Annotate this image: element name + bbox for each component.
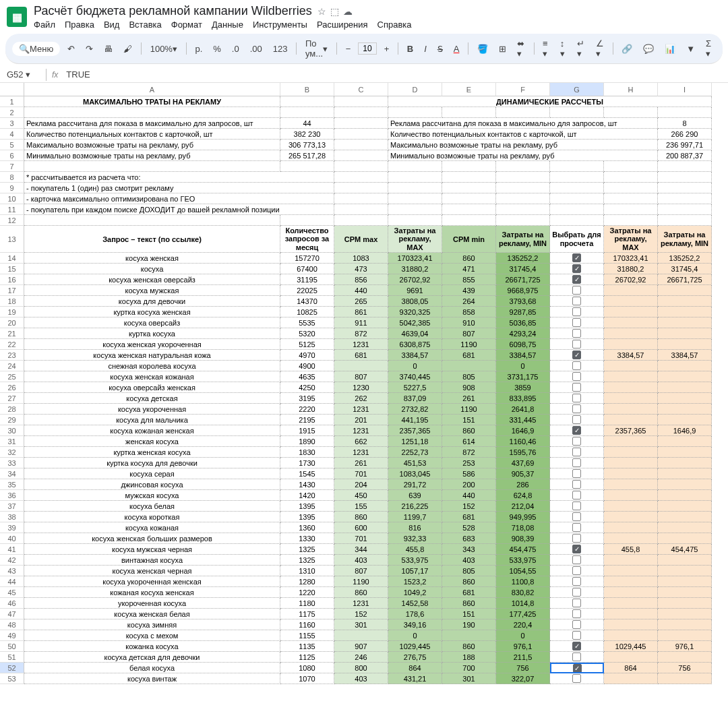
cell[interactable] xyxy=(604,447,658,458)
cell[interactable] xyxy=(550,490,604,501)
cell[interactable]: 1155 xyxy=(280,630,334,641)
cell[interactable]: 1054,55 xyxy=(496,566,550,576)
checkbox[interactable] xyxy=(572,318,581,327)
cell[interactable]: ✓ xyxy=(550,274,604,285)
cell[interactable] xyxy=(550,339,604,350)
cell[interactable]: 188 xyxy=(442,652,496,663)
checkbox[interactable]: ✓ xyxy=(572,351,581,359)
cell[interactable]: 220,4 xyxy=(496,619,550,630)
cell[interactable]: 26671,725 xyxy=(658,274,712,285)
move-icon[interactable]: ⬚ xyxy=(330,6,339,17)
link-icon[interactable]: 🔗 xyxy=(618,42,636,56)
formula-bar[interactable]: TRUE xyxy=(66,69,90,80)
row-num[interactable]: 43 xyxy=(0,566,24,576)
cell[interactable]: косуха укороченная xyxy=(24,404,280,415)
row-num[interactable]: 23 xyxy=(0,350,24,361)
menu-tools[interactable]: Инструменты xyxy=(253,20,307,30)
cell[interactable] xyxy=(658,458,712,468)
cell[interactable] xyxy=(658,393,712,404)
cell[interactable]: 533,975 xyxy=(388,555,442,566)
checkbox[interactable]: ✓ xyxy=(572,642,581,650)
cell[interactable]: 26702,92 xyxy=(388,274,442,285)
cell[interactable]: 856 xyxy=(334,274,388,285)
cell[interactable] xyxy=(658,415,712,425)
cell[interactable]: 586 xyxy=(442,468,496,479)
cell[interactable] xyxy=(604,609,658,619)
cell[interactable] xyxy=(280,96,334,107)
cell[interactable]: куртка косуха женская xyxy=(24,307,280,317)
cell[interactable]: 306 773,13 xyxy=(280,140,334,150)
cell[interactable] xyxy=(550,328,604,339)
cell[interactable]: кожаная косуха женская xyxy=(24,587,280,598)
cell[interactable]: 4900 xyxy=(280,361,334,371)
cell[interactable]: 170323,41 xyxy=(388,253,442,264)
cell[interactable] xyxy=(334,107,388,118)
checkbox[interactable] xyxy=(572,674,581,683)
cell[interactable]: ДИНАМИЧЕСКИЕ РАССЧЕТЫ xyxy=(388,96,712,107)
cell[interactable]: 805 xyxy=(442,566,496,576)
cell[interactable]: 600 xyxy=(334,522,388,533)
cell[interactable]: Количество потенциальных контактов с кар… xyxy=(24,129,280,140)
cell[interactable]: косуха xyxy=(24,264,280,274)
cell[interactable]: 2732,82 xyxy=(388,404,442,415)
row-num[interactable]: 7 xyxy=(0,161,24,172)
col-I[interactable]: I xyxy=(658,83,712,96)
cell[interactable] xyxy=(550,382,604,393)
cell[interactable]: 301 xyxy=(442,673,496,684)
cell[interactable] xyxy=(550,458,604,468)
checkbox[interactable] xyxy=(572,555,581,564)
cell[interactable] xyxy=(604,107,658,118)
cell[interactable]: 2357,365 xyxy=(604,425,658,436)
row-num[interactable]: 26 xyxy=(0,382,24,393)
col-B[interactable]: B xyxy=(280,83,334,96)
row-num[interactable]: 10 xyxy=(0,193,24,204)
checkbox[interactable] xyxy=(572,340,581,348)
cell[interactable] xyxy=(334,140,388,150)
col-C[interactable]: C xyxy=(334,83,388,96)
cell[interactable]: 216,225 xyxy=(388,501,442,512)
cell[interactable] xyxy=(658,576,712,587)
cell[interactable]: 1251,18 xyxy=(388,436,442,447)
cell[interactable] xyxy=(658,533,712,544)
cell[interactable]: 3793,68 xyxy=(496,296,550,307)
cell[interactable] xyxy=(334,129,388,140)
checkbox[interactable] xyxy=(572,599,581,607)
row-num[interactable]: 51 xyxy=(0,652,24,663)
cell[interactable]: 624,8 xyxy=(496,490,550,501)
cell[interactable]: 403 xyxy=(442,555,496,566)
cell[interactable]: 905,37 xyxy=(496,468,550,479)
checkbox[interactable] xyxy=(572,394,581,402)
cell[interactable]: Количество потенциальных контактов с кар… xyxy=(388,129,658,140)
col-H[interactable]: H xyxy=(604,83,658,96)
active-cell[interactable]: ✓ xyxy=(550,663,604,673)
cell[interactable]: 1199,7 xyxy=(388,512,442,522)
checkbox[interactable] xyxy=(572,566,581,575)
cell[interactable]: 9691 xyxy=(388,285,442,296)
cell[interactable] xyxy=(550,215,604,226)
cell[interactable] xyxy=(604,673,658,684)
row-num[interactable]: 13 xyxy=(0,226,24,253)
cell[interactable]: 1280 xyxy=(280,576,334,587)
cell[interactable]: 2357,365 xyxy=(388,425,442,436)
checkbox[interactable] xyxy=(572,523,581,532)
cell[interactable]: 701 xyxy=(334,468,388,479)
row-num[interactable]: 12 xyxy=(0,215,24,226)
row-num[interactable]: 32 xyxy=(0,447,24,458)
col-G[interactable]: G xyxy=(550,83,604,96)
checkbox[interactable] xyxy=(572,372,581,381)
cell[interactable]: 860 xyxy=(442,598,496,609)
cell[interactable] xyxy=(442,215,496,226)
cell[interactable] xyxy=(604,533,658,544)
checkbox[interactable] xyxy=(572,631,581,640)
cell[interactable] xyxy=(604,630,658,641)
row-num[interactable]: 36 xyxy=(0,490,24,501)
wrap-icon[interactable]: ↵ ▾ xyxy=(574,36,588,61)
cell[interactable] xyxy=(550,317,604,328)
cell[interactable]: 200 887,37 xyxy=(658,150,712,161)
cloud-icon[interactable]: ☁ xyxy=(343,6,353,17)
zoom-select[interactable]: 100% ▾ xyxy=(147,42,181,56)
cell[interactable] xyxy=(550,468,604,479)
cell[interactable]: 236 997,71 xyxy=(658,140,712,150)
paint-format-icon[interactable]: 🖌 xyxy=(120,42,135,56)
star-icon[interactable]: ☆ xyxy=(317,6,326,17)
